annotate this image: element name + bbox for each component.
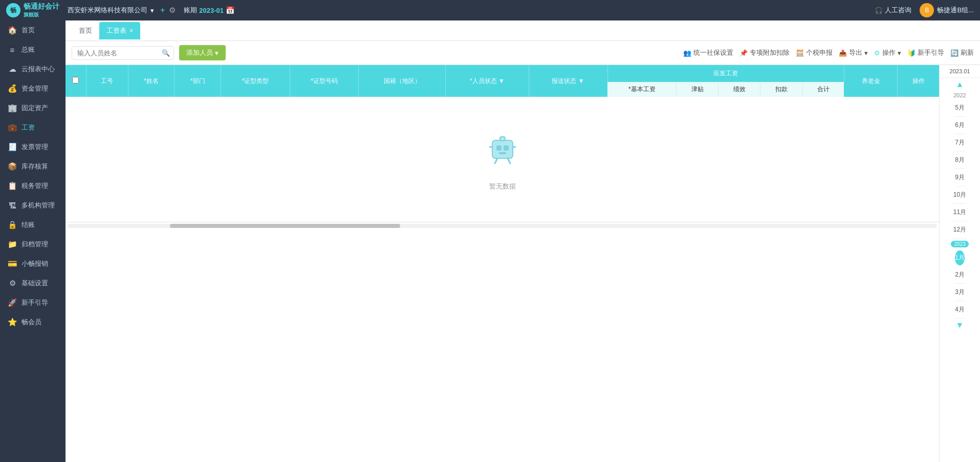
header-right: 🎧 人工咨询 B 畅捷通B组...	[875, 3, 974, 17]
calendar-icon[interactable]: 📅	[226, 6, 234, 14]
sidebar-item-member[interactable]: ⭐ 畅会员	[0, 312, 66, 332]
date-panel-period-label: 2023.01	[940, 68, 980, 74]
sidebar-label-tax: 税务管理	[21, 181, 48, 191]
social-insurance-button[interactable]: 👥 统一社保设置	[683, 48, 733, 57]
sidebar-item-home[interactable]: 🏠 首页	[0, 20, 66, 40]
personal-tax-button[interactable]: 🧮 个税申报	[796, 48, 833, 57]
tab-home[interactable]: 首页	[72, 22, 99, 39]
inventory-icon: 📦	[7, 162, 17, 171]
company-dropdown-icon[interactable]: ▾	[150, 7, 154, 14]
settings-icon[interactable]: ⚙	[169, 6, 176, 15]
sidebar-item-archive[interactable]: 📁 归档管理	[0, 235, 66, 254]
sidebar-item-expense[interactable]: 💳 小畅报销	[0, 254, 66, 274]
accounting-period[interactable]: 账期 2023-01 📅	[184, 6, 234, 15]
month-2022-10[interactable]: 10月	[953, 186, 966, 204]
company-selector[interactable]: 西安虾米网络科技有限公司 ▾	[68, 6, 154, 15]
sidebar-label-settings: 基础设置	[21, 279, 48, 288]
sidebar-item-settings[interactable]: ⚙ 基础设置	[0, 274, 66, 293]
horizontal-scrollbar[interactable]	[66, 222, 939, 229]
sidebar-item-ledger[interactable]: ≡ 总账	[0, 40, 66, 59]
sidebar-label-multi-org: 多机构管理	[21, 201, 55, 210]
sidebar-label-guide: 新手引导	[21, 298, 48, 307]
special-deduction-icon: 📌	[739, 49, 748, 57]
tab-close-icon[interactable]: ×	[129, 27, 133, 34]
year-2023-badge: 2023	[951, 241, 968, 247]
fixed-assets-icon: 🏢	[7, 103, 17, 113]
sidebar-label-archive: 归档管理	[21, 240, 48, 249]
select-all-input[interactable]	[72, 77, 79, 83]
sidebar-item-inventory[interactable]: 📦 库存核算	[0, 157, 66, 176]
month-2023-1[interactable]: 1月	[955, 250, 965, 265]
sidebar-item-cloud-report[interactable]: ☁ 云报表中心	[0, 59, 66, 79]
date-nav-up[interactable]: ▲	[956, 78, 964, 91]
support-button[interactable]: 🎧 人工咨询	[875, 6, 911, 15]
guide-button[interactable]: 🔰 新手引导	[907, 48, 944, 57]
month-2023-2[interactable]: 2月	[955, 266, 965, 284]
svg-rect-1	[496, 145, 502, 151]
close-period-icon: 🔒	[7, 220, 17, 229]
operations-icon: ⚙	[874, 49, 880, 57]
month-2023-4[interactable]: 4月	[955, 301, 965, 319]
month-2022-5[interactable]: 5月	[955, 99, 965, 117]
search-icon: 🔍	[162, 49, 170, 57]
month-2022-8[interactable]: 8月	[955, 152, 965, 169]
sidebar-item-invoice[interactable]: 🧾 发票管理	[0, 137, 66, 157]
date-nav-down[interactable]: ▼	[956, 319, 964, 332]
add-company-icon[interactable]: +	[160, 6, 165, 15]
tab-salary-label: 工资表	[106, 26, 126, 35]
social-insurance-label: 统一社保设置	[693, 48, 733, 57]
special-deduction-button[interactable]: 📌 专项附加扣除	[739, 48, 790, 57]
svg-rect-4	[500, 137, 505, 141]
logo-subtitle: 旗舰版	[24, 11, 59, 18]
refresh-icon: 🔄	[950, 49, 959, 57]
app-header: 畅 畅通好会计 旗舰版 西安虾米网络科技有限公司 ▾ + ⚙ 账期 2023-0…	[0, 0, 980, 20]
user-area[interactable]: B 畅捷通B组...	[920, 3, 974, 17]
add-person-button[interactable]: 添加人员 ▾	[179, 45, 226, 60]
sidebar-item-salary[interactable]: 💼 工资	[0, 118, 66, 137]
col-report-status: 报送状态 ▼	[529, 65, 607, 97]
svg-rect-3	[499, 152, 506, 154]
logo-icon: 畅	[6, 3, 20, 17]
export-button[interactable]: 📤 导出 ▾	[839, 48, 868, 57]
report-filter-icon[interactable]: ▼	[578, 77, 584, 85]
search-wrap: 🔍	[72, 46, 174, 60]
month-2022-12[interactable]: 12月	[953, 221, 966, 239]
avatar: B	[920, 3, 934, 17]
sidebar-item-guide[interactable]: 🚀 新手引导	[0, 293, 66, 312]
sidebar-label-member: 畅会员	[21, 318, 41, 327]
invoice-icon: 🧾	[7, 142, 17, 152]
status-filter-icon[interactable]: ▼	[498, 77, 505, 85]
export-dropdown-icon: ▾	[864, 49, 868, 57]
month-2022-7[interactable]: 7月	[955, 134, 965, 152]
operations-button[interactable]: ⚙ 操作 ▾	[874, 48, 901, 57]
month-2022-6[interactable]: 6月	[955, 117, 965, 134]
period-label: 账期	[184, 6, 197, 15]
empty-illustration	[482, 128, 523, 176]
search-input[interactable]	[72, 46, 174, 60]
multi-org-icon: 🏗	[7, 201, 17, 210]
sidebar-item-fixed-assets[interactable]: 🏢 固定资产	[0, 98, 66, 118]
operations-dropdown-icon: ▾	[898, 49, 901, 57]
sidebar-item-fund[interactable]: 💰 资金管理	[0, 79, 66, 98]
month-2022-9[interactable]: 9月	[955, 169, 965, 186]
scrollbar-track[interactable]	[68, 224, 937, 228]
sidebar-label-cloud-report: 云报表中心	[21, 65, 55, 74]
guide-toolbar-icon: 🔰	[907, 49, 916, 57]
scrollbar-thumb[interactable]	[170, 224, 400, 228]
month-2022-11[interactable]: 11月	[953, 204, 966, 221]
period-value: 2023-01	[199, 7, 224, 14]
sidebar-label-inventory: 库存核算	[21, 162, 48, 171]
col-pension: 养老金	[844, 65, 897, 97]
select-all-checkbox[interactable]	[66, 65, 86, 97]
sidebar-item-tax[interactable]: 📋 税务管理	[0, 176, 66, 196]
sidebar-item-close[interactable]: 🔒 结账	[0, 215, 66, 235]
support-label: 人工咨询	[885, 6, 911, 15]
empty-icon-svg	[482, 128, 523, 169]
refresh-button[interactable]: 🔄 刷新	[950, 48, 974, 57]
sidebar-item-multi-org[interactable]: 🏗 多机构管理	[0, 196, 66, 215]
year-2022-label: 2022	[953, 91, 966, 99]
special-deduction-label: 专项附加扣除	[750, 48, 790, 57]
tab-salary[interactable]: 工资表 ×	[99, 22, 140, 39]
salary-table-container: 工号 *姓名 *部门 *证型类型 *证型号码 国籍（地区） *人员状态 ▼	[66, 65, 939, 462]
month-2023-3[interactable]: 3月	[955, 284, 965, 301]
